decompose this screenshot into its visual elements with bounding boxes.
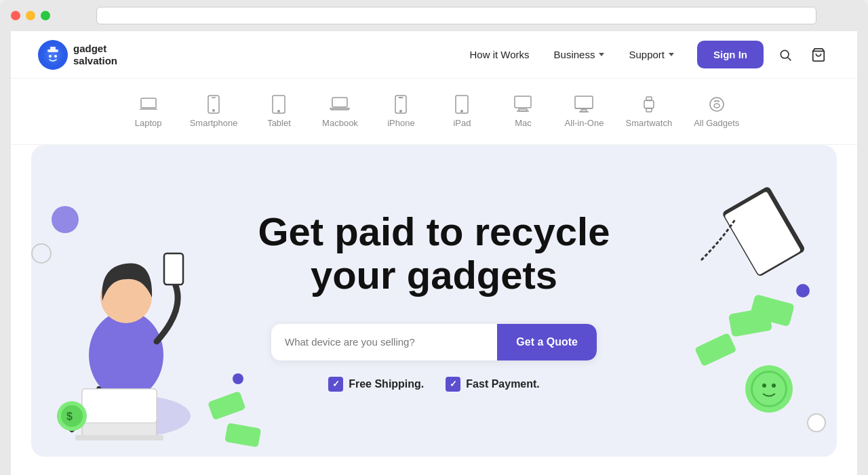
svg-rect-39 (164, 253, 183, 285)
hero-title: Get paid to recycle your gadgets (258, 210, 610, 297)
logo-icon (38, 40, 68, 70)
svg-point-49 (233, 373, 243, 384)
category-iphone-label: iPhone (387, 118, 414, 128)
category-ipad-label: iPad (453, 118, 471, 128)
smartphone-icon (207, 95, 220, 114)
browser-close-dot[interactable] (11, 11, 20, 20)
svg-rect-63 (694, 333, 737, 367)
browser-body: gadget salvation How it Works Business S… (11, 31, 857, 475)
svg-point-14 (278, 110, 279, 112)
category-all-gadgets-label: All Gadgets (694, 118, 739, 128)
browser-minimize-dot[interactable] (26, 11, 35, 20)
nav-business[interactable]: Business (545, 43, 614, 66)
svg-rect-9 (141, 98, 156, 108)
browser-maximize-dot[interactable] (41, 11, 50, 20)
svg-rect-42 (82, 389, 157, 423)
browser-chrome: gadget salvation How it Works Business S… (0, 0, 868, 475)
svg-line-7 (788, 57, 791, 60)
svg-point-62 (808, 414, 825, 432)
nav-links: How it Works Business Support (460, 43, 684, 66)
svg-point-60 (772, 384, 776, 388)
all-gadgets-icon (707, 95, 726, 114)
svg-rect-18 (399, 97, 403, 98)
support-chevron-icon (669, 53, 674, 56)
fast-payment-label: Fast Payment. (466, 378, 539, 390)
free-shipping-label: Free Shipping. (349, 378, 424, 390)
category-smartphone-label: Smartphone (190, 118, 238, 128)
svg-rect-45 (224, 423, 261, 447)
svg-rect-53 (728, 308, 772, 337)
hero-illustration-right: $ (633, 159, 837, 457)
nav-support[interactable]: Support (619, 43, 684, 66)
svg-point-11 (213, 110, 214, 111)
category-smartwatch-label: Smartwatch (625, 118, 672, 128)
category-smartwatch[interactable]: Smartwatch (614, 89, 683, 133)
svg-point-61 (796, 284, 810, 297)
ipad-icon (454, 95, 469, 114)
category-laptop-label: Laptop (135, 118, 162, 128)
category-all-in-one[interactable]: All-in-One (553, 89, 614, 133)
svg-point-20 (461, 110, 462, 112)
svg-point-17 (400, 110, 401, 112)
get-quote-button[interactable]: Get a Quote (497, 324, 597, 360)
category-macbook-label: Macbook (322, 118, 358, 128)
fast-payment-check-icon: ✓ (446, 377, 460, 392)
category-ipad[interactable]: iPad (431, 89, 492, 133)
device-search-input[interactable] (271, 324, 497, 360)
category-all-in-one-label: All-in-One (565, 118, 604, 128)
laptop-icon (139, 95, 158, 114)
address-bar[interactable] (96, 7, 816, 24)
business-chevron-icon (599, 53, 604, 56)
search-button[interactable] (774, 44, 796, 66)
search-row: Get a Quote (271, 324, 597, 360)
svg-point-59 (762, 384, 766, 388)
free-shipping-check-icon: ✓ (328, 377, 343, 392)
search-icon (778, 48, 792, 62)
logo-text: gadget salvation (73, 43, 117, 67)
category-mac-label: Mac (515, 118, 532, 128)
category-all-gadgets[interactable]: All Gadgets (683, 89, 750, 133)
benefits-row: ✓ Free Shipping. ✓ Fast Payment. (328, 377, 540, 392)
svg-rect-21 (515, 96, 531, 108)
benefit-free-shipping: ✓ Free Shipping. (328, 377, 424, 392)
svg-point-58 (753, 373, 785, 405)
svg-rect-15 (332, 98, 347, 107)
category-tablet-label: Tablet (267, 118, 291, 128)
svg-text:$: $ (66, 411, 73, 422)
svg-rect-43 (75, 435, 163, 440)
macbook-icon (330, 95, 350, 114)
sign-in-button[interactable]: Sign In (697, 41, 764, 68)
hero-section: $ $ (31, 145, 837, 457)
svg-rect-24 (575, 96, 593, 108)
smartwatch-icon (642, 95, 656, 114)
logo[interactable]: gadget salvation (38, 40, 117, 70)
cart-icon (811, 47, 826, 62)
svg-point-6 (781, 50, 789, 58)
svg-point-38 (89, 311, 163, 399)
category-iphone[interactable]: iPhone (370, 89, 431, 133)
svg-rect-28 (644, 100, 654, 108)
mac-icon (513, 95, 533, 114)
cart-button[interactable] (807, 43, 830, 66)
svg-rect-44 (208, 391, 246, 420)
svg-point-4 (49, 55, 52, 58)
category-mac[interactable]: Mac (492, 89, 553, 133)
nav-actions: Sign In (697, 41, 830, 68)
category-macbook[interactable]: Macbook (309, 89, 370, 133)
svg-point-36 (32, 244, 51, 263)
svg-rect-3 (50, 47, 56, 50)
svg-point-31 (710, 98, 724, 111)
category-laptop[interactable]: Laptop (118, 89, 179, 133)
svg-point-5 (54, 55, 57, 58)
all-in-one-icon (574, 95, 594, 114)
benefit-fast-payment: ✓ Fast Payment. (446, 377, 539, 392)
nav-how-it-works[interactable]: How it Works (460, 43, 539, 66)
hero-illustration-left: $ (31, 159, 302, 457)
category-smartphone[interactable]: Smartphone (179, 89, 249, 133)
tablet-icon (271, 95, 286, 114)
header: gadget salvation How it Works Business S… (11, 31, 857, 79)
svg-point-32 (714, 104, 719, 108)
svg-rect-51 (724, 191, 801, 275)
category-tablet[interactable]: Tablet (248, 89, 309, 133)
category-nav: Laptop Smartphone Tablet (11, 79, 857, 145)
